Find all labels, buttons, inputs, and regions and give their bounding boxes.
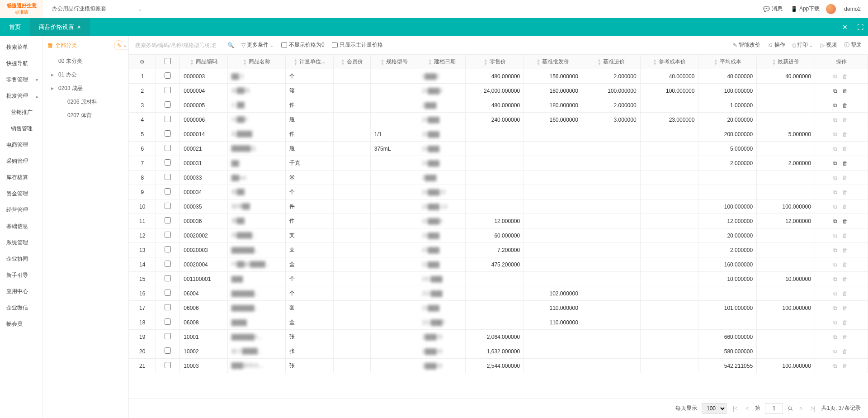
hide-zero-checkbox[interactable]: 不显示价格为0 [281, 41, 325, 49]
row-checkbox[interactable] [165, 87, 171, 93]
print-button[interactable]: ⎙ 打印 ⌄ [793, 41, 813, 49]
search-icon[interactable]: 🔍 [227, 42, 234, 48]
category-item[interactable]: ▸01 办公 [51, 68, 124, 81]
row-actions[interactable]: ⧉ 🗑 [833, 189, 849, 195]
select-all-checkbox[interactable] [165, 58, 171, 64]
data-grid[interactable]: ⚙▲▼商品编码▲▼商品名称▲▼计量单位...▲▼会员价▲▼规格型号▲▼建档日期▲… [129, 54, 868, 398]
sort-icon[interactable]: ▲▼ [537, 58, 541, 66]
column-header[interactable]: ▲▼最新进价 [757, 55, 815, 69]
nav-item[interactable]: 搜索菜单 [0, 39, 42, 55]
row-actions[interactable]: ⧉ 🗑 [833, 146, 849, 152]
sort-icon[interactable]: ▲▼ [714, 58, 718, 66]
nav-item[interactable]: 基础信息 [0, 218, 42, 234]
column-header[interactable]: ▲▼基准进价 [582, 55, 640, 69]
nav-item[interactable]: 采购管理 [0, 153, 42, 169]
row-checkbox[interactable] [165, 347, 171, 354]
gear-icon[interactable]: ⚙ [140, 59, 145, 65]
row-checkbox[interactable] [165, 217, 171, 223]
page-input[interactable] [765, 403, 783, 414]
category-item[interactable]: 0206 原材料 [51, 95, 124, 109]
sort-icon[interactable]: ▲▼ [380, 58, 384, 66]
help-button[interactable]: ⓘ 帮助 [844, 41, 862, 49]
row-checkbox[interactable] [165, 116, 171, 122]
row-actions[interactable]: ⧉ 🗑 [833, 290, 849, 297]
nav-item[interactable]: 畅会员 [0, 316, 42, 332]
nav-item[interactable]: 企业微信 [0, 299, 42, 316]
nav-item[interactable]: 新手引导 [0, 267, 42, 283]
column-header[interactable]: ▲▼基准批发价 [524, 55, 582, 69]
category-item[interactable]: 0207 体育 [51, 109, 124, 122]
nav-item[interactable]: 批发管理▴ [0, 88, 42, 104]
table-row[interactable]: 30000005衤██件2███480.000000180.0000002.00… [129, 98, 868, 113]
table-row[interactable]: 15001100001███个202███10.00000010.000000⧉… [129, 272, 868, 286]
prev-page-icon[interactable]: < [744, 405, 750, 412]
tree-toggle-icon[interactable]: ▸ [51, 85, 57, 91]
tab-price-settings[interactable]: 商品价格设置 ✕ [30, 18, 90, 36]
row-checkbox[interactable] [165, 290, 171, 296]
nav-item[interactable]: 电商管理 [0, 137, 42, 153]
row-actions[interactable]: ⧉ 🗑 [833, 117, 849, 123]
category-item[interactable]: ▸0203 成品 [51, 81, 124, 95]
nav-item[interactable]: 经营管理 [0, 202, 42, 218]
sort-icon[interactable]: ▲▼ [341, 58, 345, 66]
table-row[interactable]: 1400020004中██家████...盒20███475.200000160… [129, 257, 868, 272]
tree-toggle-icon[interactable]: ▸ [51, 71, 57, 78]
column-header[interactable]: 操作 [815, 55, 868, 69]
nav-item[interactable]: 快捷导航 [0, 55, 42, 71]
close-icon[interactable]: ✕ [77, 24, 81, 30]
nav-subitem[interactable]: 销售管理 [0, 120, 42, 137]
table-row[interactable]: 6000021█████品瓶375mL20███5.000000⧉ 🗑 [129, 142, 868, 156]
row-checkbox[interactable] [165, 333, 171, 339]
smart-price-button[interactable]: ✎ 智能改价 [733, 41, 760, 49]
column-header[interactable]: ▲▼规格型号 [370, 55, 418, 69]
column-header[interactable]: ▲▼商品编码 [180, 55, 227, 69]
table-row[interactable]: 11000036测██件20███812.00000012.00000012.0… [129, 214, 868, 228]
messages-button[interactable]: 💬 消息 [763, 5, 783, 13]
only-main-checkbox[interactable]: 只显示主计量价格 [332, 41, 383, 49]
column-header[interactable]: ▲▼计量单位... [286, 55, 333, 69]
row-actions[interactable]: ⧉ 🗑 [833, 102, 849, 109]
column-header[interactable]: ▲▼零售价 [466, 55, 524, 69]
table-row[interactable]: 40000006汾██K瓶20███240.000000160.0000003.… [129, 113, 868, 127]
row-checkbox[interactable] [165, 246, 171, 252]
row-actions[interactable]: ⧉ 🗑 [833, 276, 849, 282]
row-actions[interactable]: ⧉ 🗑 [833, 261, 849, 268]
fullscreen-icon[interactable]: ⛶ [853, 24, 868, 31]
table-row[interactable]: 10000003██ 5个2███0480.000000156.0000002.… [129, 69, 868, 84]
table-row[interactable]: 10000035玻璃██件20███-13100.000000100.00000… [129, 200, 868, 214]
all-categories-label[interactable]: 全部分类 [55, 42, 77, 49]
table-row[interactable]: 2110003███新特办...张2███052,544.000000542.2… [129, 359, 868, 373]
table-row[interactable]: 1910001██████A...张2███052,064.000000660.… [129, 330, 868, 344]
row-checkbox[interactable] [165, 188, 171, 195]
table-row[interactable]: 20000004收██纸箱20███824,000.000000180.0000… [129, 84, 868, 98]
table-row[interactable]: 9000034奥██个20███23⧉ 🗑 [129, 185, 868, 200]
table-row[interactable]: 2010002扬力████...张2███051,632.000000580.0… [129, 344, 868, 359]
tab-home[interactable]: 首页 [0, 18, 30, 36]
row-actions[interactable]: ⧉ 🗑 [833, 305, 849, 311]
row-checkbox[interactable] [165, 232, 171, 238]
first-page-icon[interactable]: |< [731, 405, 739, 412]
tab-close-all[interactable]: ✕ [837, 24, 853, 31]
row-checkbox[interactable] [165, 72, 171, 79]
row-actions[interactable]: ⧉ 🗑 [833, 247, 849, 253]
row-checkbox[interactable] [165, 304, 171, 310]
sort-icon[interactable]: ▲▼ [653, 58, 657, 66]
table-row[interactable]: 50000014杜████件1/120███200.0000005.000000… [129, 127, 868, 142]
collapse-panel-icon[interactable]: « [122, 42, 129, 50]
sort-icon[interactable]: ▲▼ [772, 58, 776, 66]
nav-item[interactable]: 零售管理▾ [0, 71, 42, 88]
last-page-icon[interactable]: >| [809, 405, 817, 412]
table-row[interactable]: 7000031██千克20███2.0000002.000000⧉ 🗑 [129, 156, 868, 171]
row-actions[interactable]: ⧉ 🗑 [833, 175, 849, 181]
row-actions[interactable]: ⧉ 🗑 [833, 204, 849, 210]
category-item[interactable]: 00 未分类 [51, 54, 124, 68]
sort-icon[interactable]: ▲▼ [597, 58, 601, 66]
hide-zero-input[interactable] [281, 42, 287, 48]
column-header[interactable]: ▲▼商品名称 [227, 55, 286, 69]
nav-item[interactable]: 企业协同 [0, 251, 42, 267]
row-checkbox[interactable] [165, 318, 171, 325]
sort-icon[interactable]: ▲▼ [190, 58, 194, 66]
nav-item[interactable]: 资金管理 [0, 185, 42, 202]
table-row[interactable]: 1300020003██████...支20███7.2000002.00000… [129, 243, 868, 257]
row-checkbox[interactable] [165, 275, 171, 281]
